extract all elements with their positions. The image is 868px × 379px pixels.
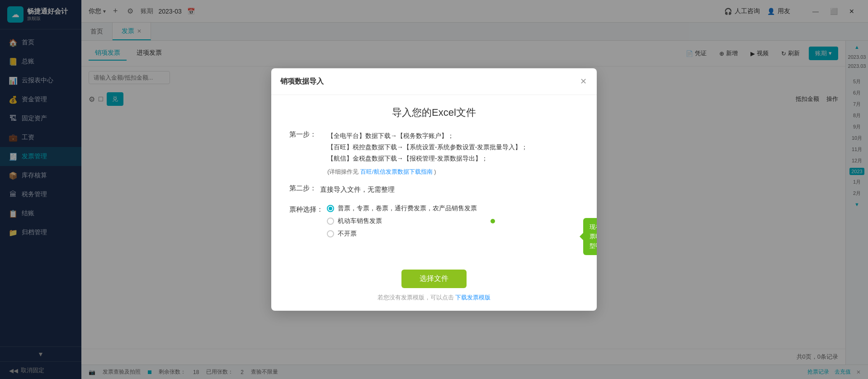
tooltip-container: 现在支持的票种多了，导入发票时别忘了选择正确的发票类型呀! ✕ (583, 218, 597, 255)
modal-title: 销项数据导入 (280, 77, 324, 86)
tooltip-text: 现在支持的票种多了，导入发票时别忘了选择正确的发票类型呀! (590, 223, 597, 249)
tooltip-bubble: 现在支持的票种多了，导入发票时别忘了选择正确的发票类型呀! ✕ (583, 218, 597, 255)
step1-detail-link[interactable]: 百旺/航信发票数据下载指南 (360, 168, 433, 175)
radio-1-label: 普票，专票，卷票，通行费发票，农产品销售发票 (338, 204, 477, 213)
ticket-choice-label: 票种选择： (289, 205, 323, 214)
radio-option-2[interactable]: 机动车销售发票 (327, 217, 477, 225)
step2-text: 直接导入文件，无需整理 (320, 185, 395, 194)
step1-row: 第一步： 【全电平台】数据下载→【税务数字账户】； 【百旺】税控盘数据下载→【系… (289, 130, 579, 177)
ticket-choice-section: 票种选择： 普票，专票，卷票，通行费发票，农产品销售发票 机动车销售发票 (289, 204, 579, 242)
radio-1-circle[interactable] (327, 205, 334, 212)
radio-3-circle[interactable] (327, 230, 334, 237)
radio-2-circle[interactable] (327, 218, 334, 225)
footer-note: 若您没有发票模版，可以点击 下载发票模版 (377, 294, 491, 302)
tooltip-arrow (580, 233, 583, 240)
tooltip-dot (491, 219, 495, 223)
step1-detail-prefix: (详细操作见 (327, 168, 359, 175)
footer-note-prefix: 若您没有发票模版，可以点击 (377, 294, 454, 301)
step1-line-1: 【全电平台】数据下载→【税务数字账户】； (327, 130, 528, 142)
step2-row: 第二步： 直接导入文件，无需整理 (289, 184, 579, 195)
modal-close-button[interactable]: ✕ (579, 76, 588, 87)
step1-detail: (详细操作见 百旺/航信发票数据下载指南 ) (327, 166, 528, 177)
modal-main-title: 导入您的Excel文件 (289, 106, 579, 119)
import-modal: 销项数据导入 ✕ 导入您的Excel文件 第一步： 【全电平台】数据下载→【税务… (271, 68, 597, 311)
modal-footer: 选择文件 若您没有发票模版，可以点击 下载发票模版 (271, 262, 597, 311)
step1-line-3: 【航信】金税盘数据下载→【报税管理-发票数据导出】； (327, 153, 528, 164)
select-file-button[interactable]: 选择文件 (401, 270, 467, 288)
modal-overlay: 销项数据导入 ✕ 导入您的Excel文件 第一步： 【全电平台】数据下载→【税务… (0, 0, 868, 379)
modal-header: 销项数据导入 ✕ (271, 68, 597, 95)
download-template-link[interactable]: 下载发票模版 (455, 294, 491, 301)
modal-body: 导入您的Excel文件 第一步： 【全电平台】数据下载→【税务数字账户】； 【百… (271, 95, 597, 262)
radio-option-1[interactable]: 普票，专票，卷票，通行费发票，农产品销售发票 (327, 204, 477, 213)
step1-detail-suffix: ) (434, 168, 436, 175)
step1-label: 第一步： (289, 130, 316, 174)
step2-label: 第二步： (289, 184, 316, 193)
step1-content: 【全电平台】数据下载→【税务数字账户】； 【百旺】税控盘数据下载→【系统设置-系… (318, 130, 528, 177)
radio-option-3[interactable]: 不开票 (327, 230, 477, 238)
ticket-radio-group: 普票，专票，卷票，通行费发票，农产品销售发票 机动车销售发票 不开票 (327, 204, 477, 242)
radio-3-label: 不开票 (338, 230, 357, 238)
step1-line-2: 【百旺】税控盘数据下载→【系统设置-系统参数设置-发票批量导入】； (327, 142, 528, 153)
radio-2-label: 机动车销售发票 (338, 217, 382, 225)
